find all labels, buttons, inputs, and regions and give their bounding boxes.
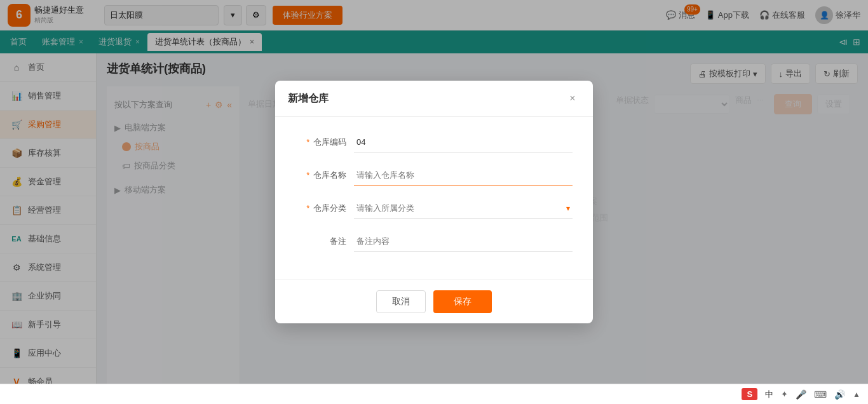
bottom-bar: S 中 ✦ 🎤 ⌨ 🔊 ▲ [0, 384, 868, 404]
add-warehouse-modal: 新增仓库 × * 仓库编码 * 仓库名称 [275, 81, 593, 323]
modal-header: 新增仓库 × [275, 81, 593, 117]
remark-label: 备注 [295, 236, 346, 247]
modal-close-btn[interactable]: × [565, 91, 580, 106]
code-label: * 仓库编码 [295, 137, 346, 148]
save-btn[interactable]: 保存 [433, 290, 492, 313]
cancel-btn[interactable]: 取消 [376, 290, 426, 313]
category-dropdown-icon: ▾ [566, 204, 570, 213]
form-row-name: * 仓库名称 [295, 165, 573, 185]
remark-input[interactable] [354, 231, 573, 252]
bottom-arrow-icon[interactable]: ▲ [853, 390, 860, 399]
category-input[interactable] [354, 198, 573, 219]
code-input[interactable] [354, 132, 573, 152]
name-label: * 仓库名称 [295, 170, 346, 181]
modal-overlay[interactable]: 新增仓库 × * 仓库编码 * 仓库名称 [0, 0, 868, 404]
form-row-remark: 备注 [295, 231, 573, 252]
form-row-code: * 仓库编码 [295, 132, 573, 152]
modal-title: 新增仓库 [288, 92, 329, 105]
name-input[interactable] [354, 165, 573, 185]
category-select-wrapper: ▾ [354, 198, 573, 219]
bottom-keyboard-icon[interactable]: ⌨ [814, 389, 827, 400]
modal-body: * 仓库编码 * 仓库名称 * 仓库分类 [275, 117, 593, 279]
category-label: * 仓库分类 [295, 203, 346, 214]
bottom-speaker-icon[interactable]: 🔊 [834, 389, 845, 400]
bottom-chinese-icon[interactable]: 中 [765, 389, 773, 400]
form-row-category: * 仓库分类 ▾ [295, 198, 573, 219]
bottom-logo-s: S [742, 388, 757, 400]
bottom-mic-icon[interactable]: 🎤 [796, 389, 806, 400]
bottom-dot-icon[interactable]: ✦ [781, 389, 788, 399]
modal-footer: 取消 保存 [275, 279, 593, 323]
